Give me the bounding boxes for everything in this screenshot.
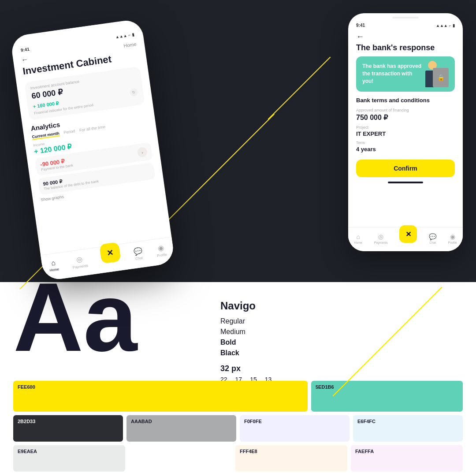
debt-info: 90 000 ₽ The balance of the debt to the …	[43, 174, 99, 191]
home-icon: ⌂	[51, 259, 56, 267]
tab-all-time[interactable]: For all the time	[79, 125, 106, 134]
nav-home-right[interactable]: ⌂ Home	[354, 233, 362, 244]
weight-medium: Medium	[220, 328, 271, 336]
size-primary: 32 px	[220, 364, 271, 373]
phone-content-right: ← The bank's response The bank has appro…	[348, 30, 463, 180]
color-hex-teal: 5ED1B6	[316, 384, 334, 390]
bank-approved-banner: The bank has approved the transaction wi…	[356, 56, 455, 92]
fab-button-left[interactable]: ✕	[99, 242, 121, 264]
phone-status-right: 9:41 ▲▲▲ ⌐ ▮	[348, 19, 463, 30]
font-name: Navigo	[220, 300, 271, 312]
term-term: Term 4 years	[356, 141, 455, 152]
nav-chat-label: Chat	[135, 256, 143, 260]
font-sizes: 32 px 22 17 15 13	[220, 364, 271, 383]
banker-illustration: 🔒	[424, 61, 449, 87]
refresh-icon[interactable]: ↻	[130, 88, 138, 97]
signal-icon-right: ▲▲▲	[436, 23, 448, 28]
color-hex-dark: 2B2D33	[18, 419, 35, 424]
bank-response-title: The bank's response	[356, 43, 455, 53]
approved-label: Approved amount of financing	[356, 108, 455, 112]
project-term: Project IT EXPERT	[356, 125, 455, 137]
arrow-icon[interactable]: ›	[137, 147, 148, 158]
profile-icon: ◉	[157, 243, 165, 253]
swatch-dark: 2B2D33	[13, 415, 123, 442]
color-palette-section: Aa Navigo Regular Medium Bold Black 32 p…	[0, 282, 476, 476]
big-letters: Aa	[13, 269, 137, 366]
payments-icon-right: ◎	[378, 233, 383, 240]
payment-info: -90 000 ₽ Payment to the bank	[40, 157, 73, 172]
nav-home-left[interactable]: ⌂ Home	[48, 258, 59, 272]
weight-bold: Bold	[220, 338, 271, 346]
chat-icon: 💬	[133, 246, 143, 256]
swatch-empty	[129, 445, 232, 472]
home-icon-right: ⌂	[356, 233, 360, 240]
back-button-right[interactable]: ←	[356, 32, 455, 41]
bank-terms-title: Bank terms and conditions	[356, 97, 455, 104]
swatch-lightblue: E6F4FC	[353, 415, 463, 442]
nav-profile-left[interactable]: ◉ Profile	[156, 243, 167, 258]
nav-profile-label: Profile	[157, 252, 167, 257]
tab-current-month[interactable]: Current month	[32, 131, 60, 141]
bottom-nav-right: ⌂ Home ◎ Payments ✕ 💬 Chat ◉ Profile	[348, 227, 463, 251]
profile-icon-right: ◉	[450, 233, 455, 240]
phone-content-left: ← Home Investment Cabinet Investment acc…	[12, 35, 164, 203]
nav-payments-label: Payments	[72, 263, 88, 269]
nav-chat-label-right: Chat	[429, 241, 436, 244]
phone-right: 9:41 ▲▲▲ ⌐ ▮ ← The bank's response The b…	[348, 13, 463, 251]
color-hex-cream: FFF4E8	[240, 449, 257, 454]
chat-icon-right: 💬	[429, 233, 436, 240]
home-indicator-right	[388, 182, 423, 183]
color-row-2: 2B2D33 AAABAD F0F0FE E6F4FC	[13, 415, 463, 442]
nav-profile-right[interactable]: ◉ Profile	[448, 233, 457, 244]
weight-regular: Regular	[220, 317, 271, 325]
color-row-3: E9EAEA FFF4E8 FAEFFA	[13, 445, 463, 472]
swatch-verylightgray: E9EAEA	[13, 445, 125, 472]
swatch-yellow: FEE600	[13, 381, 308, 412]
color-grid: FEE600 5ED1B6 2B2D33 AAABAD F0F0FE E6F4F…	[13, 381, 463, 472]
approved-amount-term: Approved amount of financing 750 000 ₽	[356, 108, 455, 122]
back-button-left[interactable]: ←	[21, 55, 29, 64]
swatch-teal: 5ED1B6	[311, 381, 463, 412]
approved-amount: 750 000 ₽	[356, 113, 455, 122]
home-label-left: Home	[123, 41, 137, 48]
phone-status-icons-right: ▲▲▲ ⌐ ▮	[436, 23, 455, 28]
color-hex-lavender: FAEFFA	[355, 449, 374, 454]
swatch-lavender: FAEFFA	[351, 445, 463, 472]
nav-payments-left[interactable]: ◎ Payments	[71, 254, 88, 270]
color-hex-lightblue: E6F4FC	[357, 419, 376, 424]
color-hex-yellow: FEE600	[18, 384, 35, 390]
nav-profile-label-right: Profile	[448, 241, 457, 244]
wifi-icon: ⌐	[128, 33, 131, 37]
wifi-icon-right: ⌐	[449, 23, 451, 28]
phone-left: 9:41 ▲▲▲ ⌐ ▮ ← Home Investment Cabinet I…	[10, 19, 175, 281]
font-weights: Regular Medium Bold Black	[220, 317, 271, 357]
color-row-1: FEE600 5ED1B6	[13, 381, 463, 412]
phone-time-right: 9:41	[356, 23, 365, 28]
battery-icon-right: ▮	[453, 23, 455, 28]
color-hex-verylightgray: E9EAEA	[18, 449, 37, 454]
analytics-section: Analytics Current month Period For all t…	[30, 109, 156, 202]
confirm-button[interactable]: Confirm	[356, 160, 455, 177]
bank-approved-text: The bank has approved the transaction wi…	[362, 63, 424, 85]
battery-icon: ▮	[132, 32, 134, 37]
swatch-lightgray: F0F0FE	[240, 415, 350, 442]
color-hex-lightgray: F0F0FE	[244, 419, 262, 424]
swatch-gray: AAABAD	[126, 415, 236, 442]
swatch-cream: FFF4E8	[235, 445, 347, 472]
project-label: Project	[356, 125, 455, 130]
nav-home-label-right: Home	[354, 241, 362, 244]
payments-icon: ◎	[76, 255, 83, 264]
vault-icon: 🔒	[433, 68, 449, 87]
project-value: IT EXPERT	[356, 130, 455, 137]
nav-chat-left[interactable]: 💬 Chat	[133, 246, 144, 260]
term-label: Term	[356, 141, 455, 145]
weight-black: Black	[220, 349, 271, 357]
font-info: Navigo Regular Medium Bold Black 32 px 2…	[220, 300, 271, 383]
nav-payments-label-right: Payments	[374, 241, 388, 244]
color-hex-gray: AAABAD	[131, 419, 152, 424]
term-value: 4 years	[356, 146, 455, 152]
nav-chat-right[interactable]: 💬 Chat	[429, 233, 436, 244]
tab-period[interactable]: Period	[63, 129, 75, 136]
fab-button-right[interactable]: ✕	[399, 225, 417, 243]
nav-payments-right[interactable]: ◎ Payments	[374, 233, 388, 244]
